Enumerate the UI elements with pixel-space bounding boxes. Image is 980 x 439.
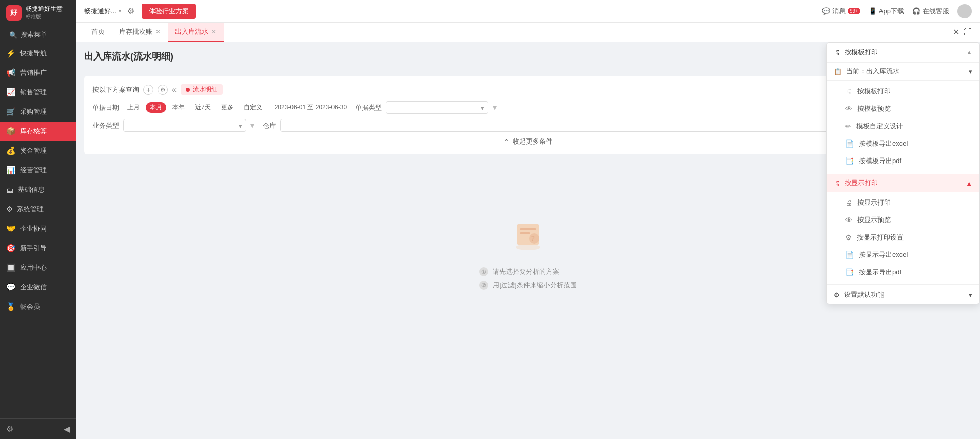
collapse-label: 收起更多条件	[513, 137, 553, 146]
date-opt-this-month[interactable]: 本月	[146, 102, 166, 113]
current-template-chevron: ▾	[969, 68, 972, 75]
tab-inout-flow-close[interactable]: ✕	[211, 28, 217, 35]
display-excel-item[interactable]: 📄 按显示导出excel	[827, 246, 979, 264]
filter-tag: 流水明细	[181, 84, 223, 95]
sidebar-item-sales[interactable]: 📈 销售管理	[0, 83, 76, 102]
search-menu[interactable]: 🔍 搜索菜单	[0, 26, 76, 44]
tab-home[interactable]: 首页	[84, 23, 112, 42]
print-panel-header: 🖨 按模板打印 ▲	[827, 43, 979, 63]
sidebar-item-enterprise[interactable]: 🤝 企业协同	[0, 219, 76, 238]
sidebar-item-basic-info[interactable]: 🗂 基础信息	[0, 180, 76, 199]
main-content: 畅捷通好... ▾ ⚙ 体验行业方案 💬 消息 99+ 📱 App下载 🎧 在线…	[76, 0, 980, 439]
bill-type-label: 单据类型	[355, 103, 382, 112]
template-print-icon: 🖨	[845, 87, 852, 95]
display-settings-label: 按显示打印设置	[857, 233, 904, 242]
sidebar-item-operations[interactable]: 📊 经营管理	[0, 161, 76, 180]
headset-icon: 🎧	[912, 7, 920, 15]
filter-collapse-btn[interactable]: «	[172, 85, 177, 94]
tab-expand-icon[interactable]: ⛶	[964, 28, 972, 37]
sidebar-item-purchase[interactable]: 🛒 采购管理	[0, 102, 76, 122]
template-excel-item[interactable]: 📄 按模板导出excel	[827, 135, 979, 152]
member-icon: 🏅	[6, 302, 16, 311]
sidebar-item-label: 企业微信	[20, 283, 47, 292]
industry-btn[interactable]: 体验行业方案	[142, 4, 196, 19]
message-badge: 99+	[848, 8, 860, 14]
display-settings-icon: ⚙	[845, 233, 852, 242]
filter-add-btn[interactable]: +	[143, 85, 153, 95]
business-type-label: 业务类型	[92, 121, 119, 130]
display-pdf-icon: 📑	[845, 268, 854, 276]
display-group-label: 按显示打印	[845, 178, 878, 188]
display-preview-item[interactable]: 👁 按显示预览	[827, 211, 979, 229]
template-pdf-item[interactable]: 📑 按模板导出pdf	[827, 152, 979, 170]
user-avatar[interactable]	[957, 4, 972, 18]
svg-text:?: ?	[531, 235, 535, 242]
date-opt-this-year[interactable]: 本年	[168, 102, 189, 113]
print-panel-current[interactable]: 📋 当前：出入库流水 ▾	[827, 63, 979, 81]
sidebar-item-marketing[interactable]: 📢 营销推广	[0, 63, 76, 83]
sidebar: 好 畅捷通好生意 标准版 🔍 搜索菜单 ⚡ 快捷导航 📢 营销推广 📈 销售管理…	[0, 0, 76, 439]
template-custom-item[interactable]: ✏ 模板自定义设计	[827, 117, 979, 135]
filter-setting-btn[interactable]: ⚙	[158, 85, 168, 95]
date-opt-last-7days[interactable]: 近7天	[191, 102, 215, 113]
user-area[interactable]: 畅捷通好... ▾	[84, 7, 121, 16]
date-opt-last-month[interactable]: 上月	[123, 102, 144, 113]
sidebar-item-app-center[interactable]: 🔲 应用中心	[0, 258, 76, 277]
logo-icon: 好	[6, 5, 22, 21]
app-download-btn[interactable]: 📱 App下载	[869, 7, 904, 16]
display-section: 🖨 按显示打印 👁 按显示预览 ⚙ 按显示打印设置 📄 按显示导出excel 📑	[827, 192, 979, 283]
sidebar-item-system[interactable]: ⚙ 系统管理	[0, 199, 76, 219]
template-preview-label: 按模板预览	[857, 104, 891, 113]
template-print-item[interactable]: 🖨 按模板打印	[827, 83, 979, 100]
sidebar-item-finance[interactable]: 💰 资金管理	[0, 141, 76, 161]
tab-inout-flow[interactable]: 出入库流水 ✕	[168, 23, 224, 42]
user-chevron-icon: ▾	[119, 8, 121, 14]
bill-type-select[interactable]	[386, 101, 488, 114]
display-settings-item[interactable]: ⚙ 按显示打印设置	[827, 229, 979, 246]
sidebar-item-label: 经营管理	[20, 166, 47, 175]
sidebar-nav: ⚡ 快捷导航 📢 营销推广 📈 销售管理 🛒 采购管理 📦 库存核算 💰 资金管…	[0, 44, 76, 418]
topbar-gear-icon[interactable]: ⚙	[127, 6, 134, 16]
date-opt-custom[interactable]: 自定义	[240, 102, 266, 113]
sidebar-item-wechat[interactable]: 💬 企业微信	[0, 277, 76, 297]
settings-bottom-icon[interactable]: ⚙	[6, 424, 13, 434]
business-type-select[interactable]	[123, 119, 246, 132]
sidebar-item-inventory[interactable]: 📦 库存核算	[0, 122, 76, 141]
wechat-icon: 💬	[6, 283, 16, 292]
sidebar-item-label: 基础信息	[18, 185, 45, 194]
business-type-more-icon[interactable]: ▾	[250, 121, 254, 130]
username-label: 畅捷通好...	[84, 7, 116, 16]
sidebar-item-label: 畅会员	[20, 302, 40, 311]
tab-close-all-icon[interactable]: ✕	[953, 27, 959, 37]
footer-label: 设置默认功能	[844, 290, 884, 300]
tab-batch-ledger[interactable]: 库存批次账 ✕	[112, 23, 168, 42]
filter-tag-dot	[186, 88, 190, 92]
sidebar-item-quick-nav[interactable]: ⚡ 快捷导航	[0, 44, 76, 63]
print-panel-footer[interactable]: ⚙ 设置默认功能 ▾	[827, 286, 979, 304]
message-btn[interactable]: 💬 消息 99+	[822, 7, 860, 16]
display-group-header[interactable]: 🖨 按显示打印 ▲	[827, 174, 979, 192]
display-print-item[interactable]: 🖨 按显示打印	[827, 194, 979, 211]
display-preview-label: 按显示预览	[857, 215, 891, 225]
filter-field-date: 单据日期 上月 本月 本年 近7天 更多 自定义 2023-06-01 至 20…	[92, 102, 347, 113]
tab-batch-ledger-label: 库存批次账	[119, 27, 152, 36]
bill-type-more-icon[interactable]: ▾	[493, 103, 497, 112]
display-pdf-item[interactable]: 📑 按显示导出pdf	[827, 264, 979, 281]
display-group-header-left: 🖨 按显示打印	[834, 178, 878, 188]
logo-subtitle: 标准版	[26, 13, 63, 21]
date-options: 上月 本月 本年 近7天 更多 自定义	[123, 102, 266, 113]
marketing-icon: 📢	[6, 68, 16, 77]
template-pdf-label: 按模板导出pdf	[859, 156, 901, 166]
collapse-sidebar-icon[interactable]: ◀	[64, 424, 70, 434]
customer-service-btn[interactable]: 🎧 在线客服	[912, 7, 949, 16]
tab-home-label: 首页	[91, 27, 105, 36]
print-panel: 🖨 按模板打印 ▲ 📋 当前：出入库流水 ▾ 🖨 按模板打印	[826, 42, 980, 304]
print-panel-close-chevron[interactable]: ▲	[966, 49, 972, 56]
template-preview-item[interactable]: 👁 按模板预览	[827, 100, 979, 117]
sidebar-item-member[interactable]: 🏅 畅会员	[0, 297, 76, 316]
date-opt-more[interactable]: 更多	[217, 102, 238, 113]
template-preview-icon: 👁	[845, 105, 852, 113]
filter-tag-label: 流水明细	[193, 85, 218, 94]
tab-batch-ledger-close[interactable]: ✕	[155, 28, 161, 35]
sidebar-item-guide[interactable]: 🎯 新手引导	[0, 238, 76, 258]
